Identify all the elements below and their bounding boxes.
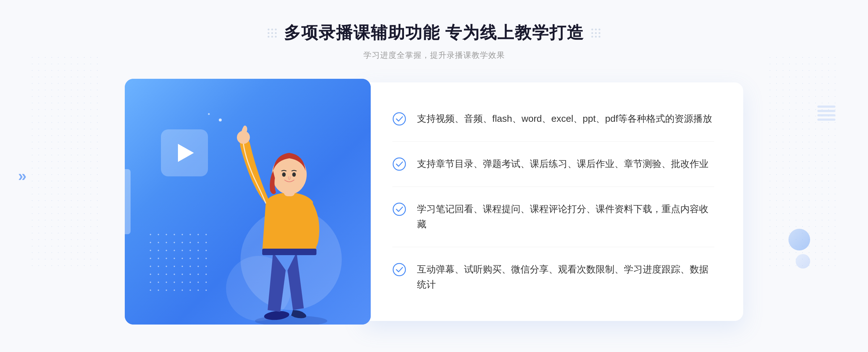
person-illustration: [230, 108, 353, 325]
play-icon: [178, 144, 194, 162]
svg-point-10: [393, 203, 405, 215]
page-wrapper: » 多项录播课辅助功能 专为线上教学打造 学习进度全掌握，提升录播课教学效果: [0, 0, 868, 352]
subtitle: 学习进度全掌握，提升录播课教学效果: [268, 50, 601, 61]
feature-text-4: 互动弹幕、试听购买、微信分享、观看次数限制、学习进度跟踪、数据统计: [417, 262, 714, 292]
dot-pattern-left: [29, 54, 101, 271]
check-circle-icon-1: [392, 112, 406, 126]
stripe-left: [125, 169, 131, 234]
stripe-decoration: [817, 106, 835, 121]
decorator-right-icon: [591, 29, 600, 38]
feature-text-2: 支持章节目录、弹题考试、课后练习、课后作业、章节测验、批改作业: [417, 156, 709, 172]
check-circle-icon-4: [392, 263, 406, 276]
sparkle-2: [208, 113, 210, 115]
header-section: 多项录播课辅助功能 专为线上教学打造 学习进度全掌握，提升录播课教学效果: [268, 22, 601, 61]
feature-item-2: 支持章节目录、弹题考试、课后练习、课后作业、章节测验、批改作业: [392, 150, 714, 178]
check-circle-icon-3: [392, 202, 406, 216]
chevron-left-icon: »: [18, 167, 26, 185]
svg-rect-7: [262, 249, 316, 255]
divider-3: [392, 247, 714, 247]
deco-circle-blue-1: [788, 229, 810, 250]
play-bubble: [161, 129, 208, 176]
svg-point-6: [292, 172, 296, 177]
right-decoration: [788, 229, 810, 269]
feature-item-1: 支持视频、音频、flash、word、excel、ppt、pdf等各种格式的资源…: [392, 105, 714, 133]
stripe-line-1: [817, 106, 835, 108]
illustration-card: [125, 79, 371, 325]
stripe-line-3: [817, 114, 835, 116]
feature-item-3: 学习笔记回看、课程提问、课程评论打分、课件资料下载，重点内容收藏: [392, 195, 714, 238]
feature-text-1: 支持视频、音频、flash、word、excel、ppt、pdf等各种格式的资源…: [417, 111, 712, 126]
content-panel: 支持视频、音频、flash、word、excel、ppt、pdf等各种格式的资源…: [363, 82, 743, 321]
svg-point-5: [282, 172, 286, 177]
feature-item-4: 互动弹幕、试听购买、微信分享、观看次数限制、学习进度跟踪、数据统计: [392, 256, 714, 299]
svg-point-8: [393, 113, 405, 125]
header-decorators: 多项录播课辅助功能 专为线上教学打造: [268, 22, 601, 44]
figure-container: [219, 100, 363, 325]
divider-2: [392, 186, 714, 187]
svg-point-11: [393, 263, 405, 276]
content-area: 支持视频、音频、flash、word、excel、ppt、pdf等各种格式的资源…: [109, 79, 760, 325]
stripe-line-4: [817, 119, 835, 121]
deco-circle-blue-2: [796, 254, 810, 269]
divider-1: [392, 141, 714, 142]
svg-point-9: [393, 158, 405, 170]
feature-text-3: 学习笔记回看、课程提问、课程评论打分、课件资料下载，重点内容收藏: [417, 202, 714, 232]
stripe-line-2: [817, 110, 835, 112]
decorator-left-icon: [268, 29, 277, 38]
main-title: 多项录播课辅助功能 专为线上教学打造: [284, 22, 584, 44]
check-circle-icon-2: [392, 157, 406, 171]
illustration-dots: [146, 231, 212, 296]
